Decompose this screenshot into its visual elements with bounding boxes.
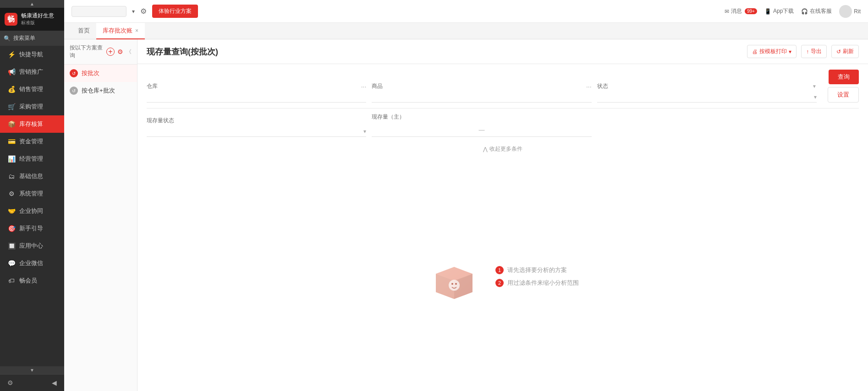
sidebar-item-quick-nav[interactable]: ⚡ 快捷导航: [0, 46, 64, 63]
sidebar-item-finance[interactable]: 💳 资金管理: [0, 133, 64, 150]
sidebar-item-wechat[interactable]: 💬 企业微信: [0, 255, 64, 272]
messages-label: 消息: [731, 7, 742, 15]
topbar-gear-icon[interactable]: ⚙: [140, 7, 147, 16]
marketing-icon: 📢: [7, 68, 16, 76]
svg-point-5: [451, 283, 453, 285]
sidebar-footer: ⚙ ◀: [0, 374, 64, 391]
sidebar-item-guide[interactable]: 🎯 新手引导: [0, 220, 64, 237]
online-service-label: 在线客服: [810, 7, 832, 15]
settings-btn[interactable]: 设置: [828, 87, 859, 103]
sidebar-item-operations[interactable]: 📊 经营管理: [0, 150, 64, 168]
finance-icon: 💳: [7, 137, 16, 146]
app-download-group[interactable]: 📱 App下载: [764, 7, 794, 15]
sidebar-item-sales[interactable]: 💰 销售管理: [0, 81, 64, 98]
sidebar-item-label: 销售管理: [19, 85, 43, 93]
inventory-status-dropdown[interactable]: ▾: [147, 126, 366, 137]
scheme-by-warehouse-batch[interactable]: ↺ 按仓库+批次: [64, 82, 137, 99]
topbar-right: ✉ 消息 99+ 📱 App下载 🎧 在线客服 Rit: [725, 5, 861, 18]
user-group[interactable]: Rit: [839, 5, 861, 18]
app-title: 畅康通好生意: [21, 12, 54, 20]
sidebar-item-marketing[interactable]: 📢 营销推广: [0, 63, 64, 81]
sidebar-item-label: 库存核算: [19, 120, 43, 128]
sidebar-item-system[interactable]: ⚙ 系统管理: [0, 185, 64, 202]
qty-separator: —: [479, 126, 485, 133]
sidebar-scroll-up[interactable]: ▲: [0, 0, 64, 8]
sidebar-item-label: 企业协同: [19, 207, 43, 215]
phone-icon: 📱: [764, 8, 771, 15]
inventory-qty-min[interactable]: [372, 125, 475, 135]
sidebar-item-label: 采购管理: [19, 103, 43, 111]
tab-close-icon[interactable]: ×: [135, 27, 138, 34]
sidebar-item-inventory[interactable]: 📦 库存核算: [0, 115, 64, 133]
inventory-icon: 📦: [7, 120, 16, 128]
tip-text-2: 用过滤条件来缩小分析范围: [507, 279, 579, 287]
sidebar-nav: ⚡ 快捷导航 📢 营销推广 💰 销售管理 🛒 采购管理 📦 库存核算 💳 资金管…: [0, 46, 64, 366]
app-download-label: App下载: [773, 7, 794, 15]
sales-icon: 💰: [7, 85, 16, 93]
app-logo: 畅: [5, 13, 17, 26]
warehouse-dots[interactable]: ···: [361, 83, 367, 90]
scheme-warehouse-batch-label: 按仓库+批次: [82, 87, 115, 95]
messages-badge: 99+: [745, 8, 757, 14]
search-menu[interactable]: 🔍 搜索菜单: [0, 31, 64, 46]
tip-num-2: 2: [495, 279, 504, 287]
wechat-icon: 💬: [7, 259, 16, 267]
scheme-settings-icon[interactable]: ⚙: [117, 48, 123, 55]
inventory-qty-max[interactable]: [489, 125, 592, 135]
user-name: Rit: [854, 8, 861, 15]
sidebar-item-purchase[interactable]: 🛒 采购管理: [0, 98, 64, 115]
experience-btn[interactable]: 体验行业方案: [152, 5, 198, 18]
messages-group[interactable]: ✉ 消息 99+: [725, 7, 757, 15]
sidebar-collapse-icon[interactable]: ◀: [52, 379, 57, 386]
empty-state: 1 请先选择要分析的方案 2 用过滤条件来缩小分析范围: [137, 162, 868, 391]
tab-home-label: 首页: [78, 27, 90, 35]
sidebar-scroll-down[interactable]: ▼: [0, 366, 64, 374]
page-header: 现存量查询(按批次) 🖨 按模板打印 ▾ ↑ 导出 ↺: [137, 39, 868, 64]
sidebar-item-label: 企业微信: [19, 259, 43, 267]
tab-batch-account[interactable]: 库存批次账 ×: [96, 23, 145, 39]
breadcrumb-input[interactable]: [71, 6, 126, 17]
online-service-group[interactable]: 🎧 在线客服: [801, 7, 832, 15]
collapse-up-icon: ⋀: [483, 146, 488, 152]
status-dropdown-arrow[interactable]: ▼: [812, 84, 817, 89]
refresh-icon: ↺: [836, 49, 841, 55]
print-dropdown-icon[interactable]: ▾: [789, 49, 791, 55]
scheme-by-batch[interactable]: ↺ 按批次: [64, 65, 137, 82]
status-label: 状态: [597, 82, 608, 90]
export-btn[interactable]: ↑ 导出: [801, 45, 827, 58]
sidebar-item-label: 系统管理: [19, 190, 43, 198]
svg-point-4: [449, 280, 460, 291]
sidebar-item-label: 经营管理: [19, 155, 43, 163]
topbar-dropdown-arrow[interactable]: ▾: [132, 8, 135, 15]
inventory-status-label: 现存量状态: [147, 117, 366, 125]
status-dropdown[interactable]: ▾: [597, 92, 817, 103]
left-panel-collapse-icon[interactable]: 《: [126, 48, 132, 56]
topbar: ▾ ⚙ 体验行业方案 ✉ 消息 99+ 📱 App下载 🎧 在线客服 Rit: [64, 0, 868, 23]
sidebar-settings-icon[interactable]: ⚙: [7, 379, 13, 386]
empty-tip-1: 1 请先选择要分析的方案: [495, 266, 579, 274]
app-subtitle: 标准版: [21, 20, 54, 26]
product-input[interactable]: [372, 92, 591, 103]
collapse-label: 收起更多条件: [489, 145, 522, 153]
query-btn[interactable]: 查询: [829, 70, 859, 84]
basic-icon: 🗂: [7, 172, 16, 180]
sidebar-item-enterprise[interactable]: 🤝 企业协同: [0, 202, 64, 220]
template-print-btn[interactable]: 🖨 按模板打印 ▾: [747, 45, 797, 58]
sidebar: ▲ 畅 畅康通好生意 标准版 🔍 搜索菜单 ⚡ 快捷导航 📢 营销推广 💰 销售…: [0, 0, 64, 391]
sidebar-item-membership[interactable]: 🏷 畅会员: [0, 272, 64, 289]
add-scheme-icon[interactable]: +: [106, 48, 115, 56]
svg-point-6: [455, 283, 457, 285]
refresh-btn[interactable]: ↺ 刷新: [831, 45, 859, 58]
warehouse-input[interactable]: [147, 92, 366, 103]
sidebar-item-basic[interactable]: 🗂 基础信息: [0, 168, 64, 185]
page-content: 按以下方案查询 + ⚙ 《 ↺ 按批次 ↺ 按仓库+批次: [64, 39, 868, 391]
tab-home[interactable]: 首页: [71, 23, 96, 39]
purchase-icon: 🛒: [7, 103, 16, 111]
sidebar-item-apps[interactable]: 🔲 应用中心: [0, 237, 64, 255]
page-title-row: 现存量查询(按批次) 🖨 按模板打印 ▾ ↑ 导出 ↺: [147, 45, 859, 58]
collapse-row[interactable]: ⋀ 收起更多条件: [147, 141, 859, 157]
sidebar-header: 畅 畅康通好生意 标准版: [0, 8, 64, 31]
inventory-quantity-label: 现存量（主）: [372, 113, 591, 121]
empty-illustration: [427, 251, 482, 301]
product-dots[interactable]: ···: [586, 83, 592, 90]
